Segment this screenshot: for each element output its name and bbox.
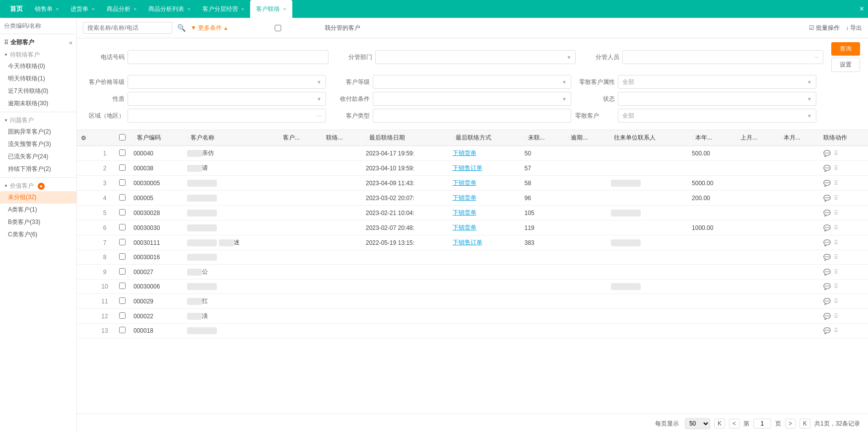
row-select-checkbox[interactable]	[119, 209, 126, 216]
nav-product-analysis[interactable]: 商品分析 ×	[101, 0, 142, 18]
sidebar-item-lost[interactable]: 已流失客户(24)	[0, 150, 76, 163]
th-settings[interactable]: ⚙	[77, 130, 95, 146]
row-checkbox[interactable]	[115, 146, 130, 161]
sidebar-item-group-a[interactable]: A类客户(1)	[0, 204, 76, 216]
row-select-checkbox[interactable]	[119, 327, 126, 333]
sidebar-collapse-btn[interactable]: «	[69, 39, 72, 46]
contact-method-link[interactable]: 下销售订单	[453, 239, 482, 246]
last-page-btn[interactable]: K	[800, 419, 810, 429]
row-checkbox[interactable]	[115, 206, 130, 220]
action-grid-icon[interactable]: ⠿	[834, 313, 838, 320]
action-comment-icon[interactable]: 💬	[823, 150, 831, 157]
row-select-checkbox[interactable]	[119, 253, 126, 260]
close-purchase-tab[interactable]: ×	[91, 6, 94, 12]
action-comment-icon[interactable]: 💬	[823, 327, 831, 334]
action-comment-icon[interactable]: 💬	[823, 313, 831, 320]
field-phone-input[interactable]	[128, 50, 329, 64]
sidebar-item-today[interactable]: 今天待联络(0)	[0, 60, 76, 72]
row-select-checkbox[interactable]	[119, 297, 126, 304]
row-checkbox[interactable]	[115, 176, 130, 191]
sidebar-item-churn-risk[interactable]: 流失预警客户(3)	[0, 138, 76, 150]
action-comment-icon[interactable]: 💬	[823, 165, 831, 172]
contact-method-link[interactable]: 下销售订单	[453, 164, 482, 171]
more-conditions-btn[interactable]: ▼ 更多条件 ▲	[191, 24, 228, 32]
field-customer-level-input[interactable]: ▼	[373, 75, 571, 89]
sidebar-item-abnormal[interactable]: 固购异常客户(2)	[0, 126, 76, 138]
field-region-input[interactable]: ···	[128, 109, 326, 123]
action-grid-icon[interactable]: ⠿	[834, 224, 838, 231]
row-checkbox[interactable]	[115, 250, 130, 265]
field-dept-input[interactable]: ▼	[375, 50, 576, 64]
contact-method-link[interactable]: 下销货单	[453, 209, 476, 216]
row-select-checkbox[interactable]	[119, 312, 126, 319]
sidebar-item-tomorrow[interactable]: 明天待联络(1)	[0, 72, 76, 85]
action-grid-icon[interactable]: ⠿	[834, 298, 838, 305]
field-customer-type-input[interactable]	[373, 109, 571, 123]
action-comment-icon[interactable]: 💬	[823, 224, 831, 231]
row-select-checkbox[interactable]	[119, 164, 126, 171]
action-comment-icon[interactable]: 💬	[823, 269, 831, 276]
nav-purchase[interactable]: 进货单 ×	[65, 0, 100, 18]
row-select-checkbox[interactable]	[119, 239, 126, 245]
row-select-checkbox[interactable]	[119, 194, 126, 201]
action-grid-icon[interactable]: ⠿	[834, 210, 838, 216]
contact-method-link[interactable]: 下销货单	[453, 149, 476, 156]
sidebar-search-input[interactable]	[4, 22, 77, 29]
row-checkbox[interactable]	[115, 309, 130, 324]
my-customers-check[interactable]	[233, 25, 323, 31]
action-grid-icon[interactable]: ⠿	[834, 327, 838, 334]
row-select-checkbox[interactable]	[119, 179, 126, 186]
next-page-btn[interactable]: >	[785, 419, 796, 429]
batch-operation-btn[interactable]: ☑ 批量操作	[809, 24, 840, 32]
field-nature-input[interactable]: ▼	[128, 92, 326, 106]
close-product-analysis-list-tab[interactable]: ×	[187, 6, 190, 12]
action-comment-icon[interactable]: 💬	[823, 254, 831, 261]
sidebar-item-near7[interactable]: 近7天待联络(0)	[0, 85, 76, 97]
row-select-checkbox[interactable]	[119, 268, 126, 275]
search-input[interactable]	[83, 22, 172, 34]
row-checkbox[interactable]	[115, 280, 130, 294]
nav-sales[interactable]: 销售单 ×	[29, 0, 65, 18]
row-checkbox[interactable]	[115, 294, 130, 309]
field-manager-input[interactable]: ···	[622, 50, 823, 64]
th-checkbox[interactable]	[115, 130, 130, 146]
action-grid-icon[interactable]: ⠿	[834, 165, 838, 172]
settings-icon[interactable]: ⚙	[81, 135, 86, 142]
sidebar-item-declining[interactable]: 持续下滑客户(2)	[0, 163, 76, 175]
field-retail-attr-input[interactable]: 全部▼	[618, 75, 816, 89]
action-grid-icon[interactable]: ⠿	[834, 150, 838, 157]
field-status-input[interactable]: ▼	[618, 92, 816, 106]
page-size-select[interactable]: 50 20 100	[685, 418, 710, 429]
close-customer-segment-tab[interactable]: ×	[241, 6, 244, 12]
nav-home[interactable]: 首页	[4, 0, 29, 18]
row-checkbox[interactable]	[115, 191, 130, 206]
sidebar-item-overdue[interactable]: 逾期未联络(30)	[0, 97, 76, 110]
field-retail-customer-input[interactable]: 全部▼	[618, 109, 816, 123]
nav-close-all[interactable]: ×	[860, 4, 864, 13]
row-checkbox[interactable]	[115, 324, 130, 338]
export-btn[interactable]: ↓ 导出	[846, 24, 862, 32]
query-button[interactable]: 查询	[831, 42, 860, 56]
nav-product-analysis-list[interactable]: 商品分析列表 ×	[142, 0, 196, 18]
action-grid-icon[interactable]: ⠿	[834, 180, 838, 187]
action-comment-icon[interactable]: 💬	[823, 210, 831, 216]
search-button[interactable]: 🔍	[177, 24, 186, 32]
row-select-checkbox[interactable]	[119, 283, 126, 289]
prev-page-btn[interactable]: <	[729, 419, 739, 429]
field-price-level-input[interactable]: ▼	[128, 75, 326, 89]
nav-customer-contact[interactable]: 客户联络 ×	[250, 0, 292, 18]
close-customer-contact-tab[interactable]: ×	[283, 6, 286, 12]
sidebar-item-group-b[interactable]: B类客户(33)	[0, 216, 76, 228]
sidebar-item-group-c[interactable]: C类客户(6)	[0, 228, 76, 241]
my-customers-checkbox[interactable]: 我分管的客户	[233, 24, 360, 32]
close-sales-tab[interactable]: ×	[56, 6, 59, 12]
reset-button[interactable]: 设置	[831, 58, 860, 72]
action-grid-icon[interactable]: ⠿	[834, 195, 838, 202]
contact-method-link[interactable]: 下销货单	[453, 194, 476, 201]
contact-method-link[interactable]: 下销货单	[453, 224, 476, 231]
select-all-checkbox[interactable]	[119, 134, 126, 141]
action-comment-icon[interactable]: 💬	[823, 180, 831, 187]
page-number-input[interactable]	[753, 419, 771, 429]
action-grid-icon[interactable]: ⠿	[834, 239, 838, 246]
action-grid-icon[interactable]: ⠿	[834, 283, 838, 290]
